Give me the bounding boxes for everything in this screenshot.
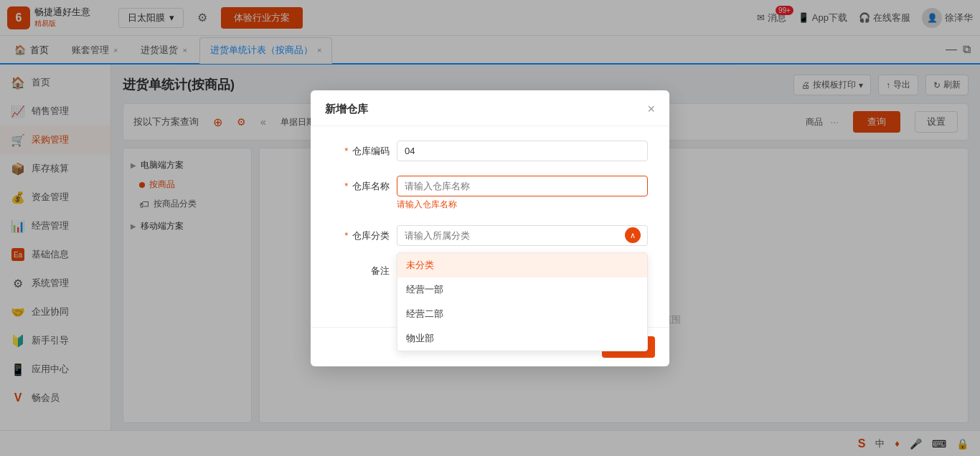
- category-select-input[interactable]: [397, 225, 648, 246]
- warehouse-category-row: * 仓库分类 ∧ 未分类 经营一部 经营二部 物业部: [332, 225, 648, 246]
- dialog-close-icon[interactable]: ×: [647, 102, 655, 117]
- new-warehouse-dialog: 新增仓库 × * 仓库编码 * 仓库名称: [311, 90, 669, 366]
- warehouse-name-input[interactable]: [397, 176, 648, 196]
- category-arrow-icon[interactable]: ∧: [625, 227, 641, 243]
- category-option-1[interactable]: 经营一部: [397, 277, 647, 302]
- dialog-header: 新增仓库 ×: [311, 90, 669, 126]
- warehouse-name-error: 请输入仓库名称: [397, 199, 648, 211]
- category-select-wrapper: ∧ 未分类 经营一部 经营二部 物业部: [397, 225, 648, 246]
- warehouse-code-input[interactable]: [397, 141, 648, 161]
- warehouse-category-label: * 仓库分类: [332, 225, 390, 242]
- warehouse-name-label: * 仓库名称: [332, 176, 390, 193]
- warehouse-name-row: * 仓库名称 请输入仓库名称: [332, 176, 648, 211]
- warehouse-note-label: 备注: [332, 260, 390, 277]
- dialog-title: 新增仓库: [325, 103, 368, 116]
- required-star-2: *: [344, 181, 348, 191]
- category-option-3[interactable]: 物业部: [397, 326, 647, 351]
- category-option-2[interactable]: 经营二部: [397, 302, 647, 326]
- dialog-body: * 仓库编码 * 仓库名称 请输入仓库名称: [311, 126, 669, 327]
- warehouse-code-row: * 仓库编码: [332, 141, 648, 161]
- required-star-3: *: [344, 230, 348, 241]
- warehouse-code-label: * 仓库编码: [332, 141, 390, 158]
- category-option-0[interactable]: 未分类: [397, 253, 647, 277]
- category-dropdown: 未分类 经营一部 经营二部 物业部: [397, 252, 648, 351]
- dialog-overlay: 新增仓库 × * 仓库编码 * 仓库名称: [0, 0, 980, 456]
- warehouse-name-control: 请输入仓库名称: [397, 176, 648, 211]
- required-star-1: *: [344, 146, 348, 156]
- warehouse-category-control: ∧ 未分类 经营一部 经营二部 物业部: [397, 225, 648, 246]
- warehouse-code-control: [397, 141, 648, 161]
